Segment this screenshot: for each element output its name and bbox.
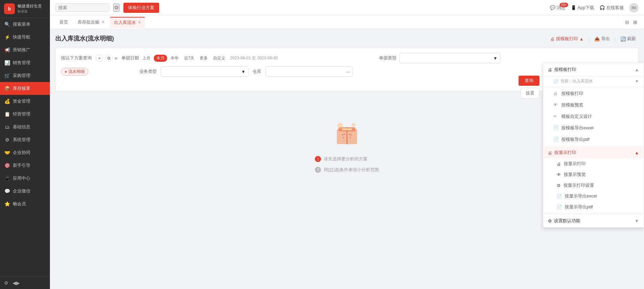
dropdown-display-print[interactable]: 🖨 按显示打印 — [543, 158, 644, 169]
sidebar-item-finance[interactable]: 💰 资金管理 — [0, 95, 50, 108]
date-filter: 单据日期 上月 本月 本年 近7天 更多 自定义 2023-06-01 至 20… — [121, 55, 375, 62]
dropdown-template-export-pdf[interactable]: 📄 按模板导出pdf — [543, 134, 644, 145]
export-button[interactable]: 📤 导出 — [592, 34, 613, 43]
design-item-icon: ✏ — [553, 114, 559, 119]
date-custom[interactable]: 自定义 — [211, 55, 227, 62]
logo-icon: b — [4, 3, 15, 14]
marketing-icon: 📢 — [4, 47, 10, 53]
sidebar-item-purchase[interactable]: 🛒 采购管理 — [0, 69, 50, 82]
excel-item-icon: 📄 — [553, 125, 559, 131]
bill-type-select[interactable]: ▼ — [399, 53, 500, 63]
finance-icon: 💰 — [4, 98, 10, 104]
header-search-input[interactable] — [55, 3, 109, 12]
sidebar-item-label: 销售管理 — [13, 60, 30, 66]
dropdown-footer[interactable]: ⚙ 设置默认功能 ▼ — [543, 214, 644, 227]
filter-settings-button[interactable]: ⚙ — [105, 54, 113, 62]
sidebar-item-search[interactable]: 🔍 搜索菜单 — [0, 18, 50, 31]
print-dropdown-panel: 🖨 按模板打印 ▲ 📄 当前：出入库流水 ▼ 🖨 按模板打印 👁 按模板预览 ✏ — [543, 63, 644, 228]
empty-step-1: 1 请先选择要分析的方案 — [315, 155, 379, 163]
user-avatar[interactable]: Rit — [629, 3, 639, 12]
tab-maximize-button[interactable]: ⊞ — [632, 18, 639, 26]
sales-icon: 📊 — [4, 60, 10, 66]
sidebar-item-sales[interactable]: 📊 销售管理 — [0, 56, 50, 69]
dropdown-current: 📄 当前：出入库流水 ▼ — [543, 76, 644, 86]
tab-close-inout-flow[interactable]: ✕ — [138, 20, 141, 25]
sidebar-item-guide[interactable]: 🎯 新手引导 — [0, 159, 50, 172]
sidebar-item-label: 系统管理 — [13, 137, 30, 143]
dropdown-template-design[interactable]: ✏ 模板自定义设计 — [543, 111, 644, 122]
more-icon: ··· — [346, 69, 350, 74]
warehouse-select[interactable]: ··· — [265, 67, 353, 77]
filter-add-button[interactable]: + — [96, 54, 103, 62]
header-gear-button[interactable]: ⚙ — [113, 4, 119, 11]
message-button[interactable]: 💬 消息 99+ — [550, 5, 565, 11]
print-item-icon: 🖨 — [553, 91, 559, 96]
sidebar-item-wechat[interactable]: 💬 企业微信 — [0, 185, 50, 198]
message-badge: 99+ — [560, 3, 568, 7]
business-type-label: 业务类型 — [139, 69, 157, 75]
empty-steps: 1 请先选择要分析的方案 2 用[过滤]条件来缩小分析范围 — [315, 155, 379, 174]
dropdown-display-preview[interactable]: 👁 按显示预览 — [543, 169, 644, 180]
trial-button[interactable]: 体验行业方案 — [123, 3, 159, 13]
date-range: 2023-06-01 至 2023-06-30 — [230, 55, 277, 61]
query-button[interactable]: 查询 — [519, 76, 539, 86]
tab-inout-flow[interactable]: 出入库流水 ✕ — [110, 17, 145, 28]
sidebar-item-operations[interactable]: 📋 经营管理 — [0, 108, 50, 121]
date-more[interactable]: 更多 — [198, 55, 210, 62]
bill-type-filter: 单据类型 ▼ — [379, 53, 633, 63]
sidebar-item-label: 企业协同 — [13, 150, 30, 156]
svg-point-9 — [350, 137, 351, 138]
date-current-year[interactable]: 本年 — [169, 55, 181, 62]
date-last-7-days[interactable]: 近7天 — [182, 55, 197, 62]
export-icon: 📤 — [594, 36, 600, 42]
sidebar-item-inventory[interactable]: 📦 库存核算 — [0, 82, 50, 95]
sidebar-collapse-button[interactable]: ◀▶ — [12, 280, 20, 286]
sidebar-item-label: 新手引导 — [13, 162, 30, 168]
dropdown-header[interactable]: 🖨 按模板打印 ▲ — [543, 63, 644, 76]
date-last-month[interactable]: 上月 — [140, 55, 152, 62]
preview-item-icon: 👁 — [553, 102, 559, 108]
shortcut-icon: ⚡ — [4, 34, 10, 40]
refresh-button[interactable]: 🔄 刷新 — [618, 34, 639, 43]
dropdown-display-print-settings[interactable]: ⚙ 按显示打印设置 — [543, 180, 644, 191]
sidebar-item-label: 采购管理 — [13, 73, 30, 79]
filter-collapse-button[interactable]: « — [115, 55, 117, 61]
sidebar-item-member[interactable]: ⭐ 畅会员 — [0, 198, 50, 210]
bill-type-label: 单据类型 — [379, 55, 397, 61]
date-quick-btns: 上月 本月 本年 近7天 更多 自定义 — [140, 55, 228, 62]
dropdown-section2-header[interactable]: 🖨 按显示打印 ▲ — [543, 147, 644, 158]
settings-button[interactable]: 设置 — [521, 88, 539, 99]
business-type-select[interactable]: ▼ — [161, 67, 248, 77]
date-current-month[interactable]: 本月 — [154, 55, 167, 62]
sidebar-item-label: 应用中心 — [13, 175, 30, 181]
dropdown-template-export-excel[interactable]: 📄 按模板导出excel — [543, 122, 644, 134]
sidebar-item-label: 快捷导航 — [13, 34, 30, 40]
sidebar: b 畅捷通好生意 标准版 🔍 搜索菜单 ⚡ 快捷导航 📢 营销推广 📊 销售管理… — [0, 0, 50, 289]
settings-gear-button[interactable]: ⚙ — [4, 280, 8, 286]
dropdown-display-export-excel[interactable]: 📄 按显示导出excel — [543, 191, 644, 202]
sidebar-item-basic[interactable]: 🗂 基础信息 — [0, 121, 50, 133]
sidebar-item-system[interactable]: ⚙ 系统管理 — [0, 133, 50, 146]
print-template-button[interactable]: 🖨 按模板打印 ▲ — [548, 34, 586, 43]
online-service-button[interactable]: 🎧 在线客服 — [599, 5, 624, 11]
empty-illustration — [330, 115, 364, 149]
section2-chevron: ▲ — [635, 150, 639, 155]
dropdown-template-print[interactable]: 🖨 按模板打印 — [543, 88, 644, 99]
sidebar-item-marketing[interactable]: 📢 营销推广 — [0, 44, 50, 56]
current-icon: 📄 — [553, 79, 558, 84]
sidebar-item-label: 经营管理 — [13, 111, 30, 117]
tab-home[interactable]: 首页 — [55, 17, 72, 27]
sidebar-item-appstore[interactable]: 📱 应用中心 — [0, 172, 50, 185]
filter-row-1: 按以下方案查询 + ⚙ « 单据日期 上月 本月 本年 近7天 更多 自定义 — [61, 53, 633, 63]
tab-inventory-batch[interactable]: 库存批次账 ✕ — [74, 17, 109, 27]
tab-restore-button[interactable]: ⊟ — [624, 18, 631, 26]
sidebar-item-shortcut[interactable]: ⚡ 快捷导航 — [0, 31, 50, 44]
date-label: 单据日期 — [121, 55, 139, 61]
tab-close-inventory-batch[interactable]: ✕ — [101, 20, 105, 24]
dropdown-display-export-pdf[interactable]: 📄 按显示导出pdf — [543, 202, 644, 212]
dropdown-template-preview[interactable]: 👁 按模板预览 — [543, 99, 644, 111]
sidebar-item-cooperation[interactable]: 🤝 企业协同 — [0, 146, 50, 159]
sidebar-item-label: 基础信息 — [13, 124, 30, 130]
sidebar-nav: 🔍 搜索菜单 ⚡ 快捷导航 📢 营销推广 📊 销售管理 🛒 采购管理 📦 库存核… — [0, 18, 50, 277]
app-download-button[interactable]: 📱 App下载 — [571, 5, 594, 11]
